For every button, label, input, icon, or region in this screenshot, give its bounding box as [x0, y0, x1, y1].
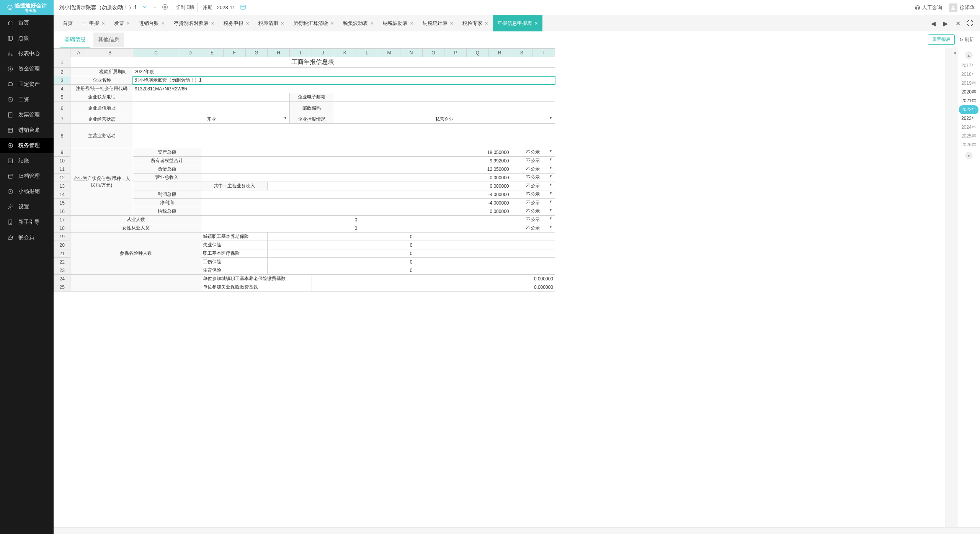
- tab-12[interactable]: 年报信息申报表✕: [493, 15, 542, 31]
- account-settings-icon[interactable]: [162, 4, 168, 11]
- row-header[interactable]: 24: [54, 275, 70, 283]
- col-header[interactable]: P: [444, 49, 467, 57]
- ins-value[interactable]: 0: [268, 258, 555, 266]
- col-header[interactable]: O: [422, 49, 444, 57]
- tab-3[interactable]: 进销台账✕: [134, 15, 169, 31]
- holding-select[interactable]: 私营企业: [334, 115, 555, 124]
- regno-value[interactable]: 91320811MA7NGR2W6R: [133, 85, 555, 93]
- tabs-close-icon[interactable]: ✕: [952, 20, 963, 27]
- tab-5[interactable]: 税务申报✕: [219, 15, 254, 31]
- tab-close-icon[interactable]: ✕: [534, 21, 538, 26]
- tab-10[interactable]: 纳税统计表✕: [418, 15, 458, 31]
- col-header[interactable]: B: [87, 49, 133, 57]
- publish-select[interactable]: 不公示: [511, 174, 555, 182]
- ins-value[interactable]: 0: [268, 249, 555, 258]
- tab-1[interactable]: ＝申报✕: [77, 15, 109, 31]
- tab-7[interactable]: 所得税汇算清缴✕: [289, 15, 338, 31]
- row-header[interactable]: 22: [54, 258, 70, 266]
- col-header[interactable]: Q: [467, 49, 489, 57]
- col-header[interactable]: F: [223, 49, 245, 57]
- col-header[interactable]: I: [290, 49, 312, 57]
- tab-9[interactable]: 纳税波动表✕: [378, 15, 418, 31]
- tel-input[interactable]: [133, 93, 289, 102]
- sidebar-item-fund[interactable]: 资金管理: [0, 61, 54, 77]
- row-header[interactable]: 15: [54, 199, 70, 207]
- tabs-prev-icon[interactable]: ◀: [928, 20, 939, 27]
- tab-close-icon[interactable]: ✕: [246, 21, 249, 26]
- tab-11[interactable]: 税检专家✕: [458, 15, 493, 31]
- col-header[interactable]: D: [179, 49, 201, 57]
- status-select[interactable]: 开业: [133, 115, 289, 124]
- ins-value[interactable]: 0: [268, 266, 555, 275]
- zip-input[interactable]: [334, 102, 555, 115]
- refresh-button[interactable]: ↻ 刷新: [959, 36, 974, 43]
- collapse-handle[interactable]: ◀: [952, 48, 957, 527]
- user-menu[interactable]: 徐泽华: [949, 3, 975, 12]
- email-input[interactable]: [334, 93, 555, 102]
- sidebar-item-invoice[interactable]: 发票管理: [0, 107, 54, 123]
- row-header[interactable]: 20: [54, 241, 70, 249]
- row-header[interactable]: 12: [54, 174, 70, 182]
- calendar-icon[interactable]: [240, 4, 246, 11]
- tab-close-icon[interactable]: ✕: [101, 21, 105, 26]
- year-2020年[interactable]: 2020年: [959, 88, 978, 97]
- subtab-basic[interactable]: 基础信息: [60, 32, 90, 48]
- col-header[interactable]: H: [268, 49, 290, 57]
- sidebar-item-close[interactable]: 结账: [0, 153, 54, 169]
- sidebar-item-asset[interactable]: 固定资产: [0, 77, 54, 92]
- year-2022年[interactable]: 2022年: [959, 105, 978, 114]
- reset-button[interactable]: 重置报表: [928, 34, 955, 45]
- tab-close-icon[interactable]: ✕: [485, 21, 488, 26]
- publish-select[interactable]: 不公示: [511, 182, 555, 190]
- addr-input[interactable]: [133, 102, 289, 115]
- base2-value[interactable]: 0.000000: [312, 283, 555, 292]
- tab-0[interactable]: 首页: [58, 15, 77, 31]
- year-up-icon[interactable]: ▲: [965, 51, 973, 59]
- ins-value[interactable]: 0: [268, 233, 555, 241]
- sidebar-item-tax[interactable]: 税务管理: [0, 138, 54, 153]
- ins-value[interactable]: 0: [268, 241, 555, 249]
- sidebar-item-settings[interactable]: 设置: [0, 199, 54, 215]
- row-header[interactable]: 21: [54, 249, 70, 258]
- row-header[interactable]: 4: [54, 85, 70, 93]
- row-header[interactable]: 5: [54, 93, 70, 102]
- tab-close-icon[interactable]: ✕: [370, 21, 374, 26]
- col-header[interactable]: R: [488, 49, 511, 57]
- row-header[interactable]: 13: [54, 182, 70, 190]
- switch-old-button[interactable]: 切到旧版: [173, 3, 198, 12]
- col-header[interactable]: K: [334, 49, 356, 57]
- col-header[interactable]: S: [511, 49, 533, 57]
- row-header[interactable]: 11: [54, 165, 70, 174]
- tab-4[interactable]: 存货别名对照表✕: [169, 15, 219, 31]
- sidebar-item-guide[interactable]: 新手引导: [0, 215, 54, 230]
- row-header[interactable]: 19: [54, 233, 70, 241]
- col-header[interactable]: A: [70, 49, 87, 57]
- fin-value[interactable]: 0.000000: [268, 182, 511, 190]
- publish-select[interactable]: 不公示: [511, 216, 555, 224]
- sidebar-item-expense[interactable]: 小畅报销: [0, 184, 54, 199]
- row-header[interactable]: 1: [54, 57, 70, 68]
- row-header[interactable]: 9: [54, 148, 70, 157]
- row-header[interactable]: 17: [54, 216, 70, 224]
- tab-close-icon[interactable]: ✕: [211, 21, 214, 26]
- col-header[interactable]: L: [356, 49, 378, 57]
- emp-total-value[interactable]: 0: [201, 216, 511, 224]
- row-header[interactable]: 16: [54, 207, 70, 216]
- row-header[interactable]: 14: [54, 190, 70, 199]
- row-header[interactable]: 10: [54, 157, 70, 165]
- tab-8[interactable]: 税负波动表✕: [338, 15, 378, 31]
- publish-select[interactable]: 不公示: [511, 157, 555, 165]
- sidebar-item-salary[interactable]: 工资: [0, 92, 54, 107]
- sidebar-item-vip[interactable]: 畅会员: [0, 230, 54, 245]
- publish-select[interactable]: 不公示: [511, 207, 555, 216]
- subtab-other[interactable]: 其他信息: [93, 33, 124, 47]
- col-header[interactable]: C: [133, 49, 179, 57]
- row-header[interactable]: 23: [54, 266, 70, 275]
- tab-close-icon[interactable]: ✕: [281, 21, 284, 26]
- tabs-next-icon[interactable]: ▶: [940, 20, 951, 27]
- row-header[interactable]: 25: [54, 283, 70, 292]
- tab-close-icon[interactable]: ✕: [410, 21, 413, 26]
- base1-value[interactable]: 0.000000: [312, 275, 555, 283]
- col-header[interactable]: M: [378, 49, 400, 57]
- col-header[interactable]: J: [312, 49, 334, 57]
